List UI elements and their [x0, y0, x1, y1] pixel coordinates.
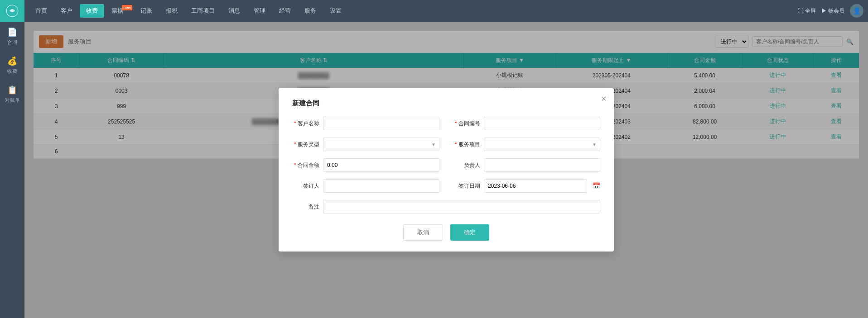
service-item-select[interactable]	[484, 138, 600, 151]
service-type-label: 服务类型	[292, 141, 319, 148]
topnav: 首页 客户 收费 票据 new 记账 报税 工商项目 消息 管理 经营 服务 设…	[24, 0, 868, 22]
topnav-right: ⛶ 全屏 ▶ 畅会员 👤	[798, 4, 863, 18]
content-main: 新增 服务项目 进行中 🔍 序号 合同编码 ⇅	[24, 22, 868, 318]
sidebar-item-collection[interactable]: 💰 收费	[0, 51, 24, 80]
nav-invoice[interactable]: 票据 new	[105, 4, 133, 18]
notes-input[interactable]	[323, 200, 600, 214]
form-grid: 客户名称 合同编号 服务类型	[292, 117, 600, 214]
contract-amount-input[interactable]	[323, 158, 439, 172]
responsible-label: 负责人	[453, 161, 480, 169]
contract-no-input[interactable]	[484, 117, 600, 130]
calendar-icon[interactable]: 📅	[593, 182, 600, 190]
customer-name-input[interactable]	[323, 117, 439, 130]
close-icon[interactable]: ✕	[601, 95, 607, 103]
form-row-amount: 合同金额	[292, 158, 439, 172]
collection-icon: 💰	[7, 56, 17, 66]
responsible-input[interactable]	[484, 158, 600, 172]
form-row-customer: 客户名称	[292, 117, 439, 130]
nav-accounting[interactable]: 记账	[134, 4, 159, 18]
contract-icon: 📄	[7, 27, 17, 37]
service-item-select-wrapper	[484, 138, 600, 151]
new-contract-modal: 新建合同 ✕ 客户名称 合同编号	[279, 88, 614, 252]
modal-overlay: 新建合同 ✕ 客户名称 合同编号	[24, 22, 868, 318]
form-row-responsible: 负责人	[453, 158, 600, 172]
sign-date-label: 签订日期	[453, 182, 480, 190]
nav-operation[interactable]: 经营	[273, 4, 297, 18]
logo	[0, 0, 24, 22]
nav-collection[interactable]: 收费	[80, 4, 104, 18]
main-area: 首页 客户 收费 票据 new 记账 报税 工商项目 消息 管理 经营 服务 设…	[24, 0, 868, 318]
confirm-button[interactable]: 确定	[450, 224, 489, 241]
nav-tax[interactable]: 报税	[159, 4, 184, 18]
signer-label: 签订人	[292, 182, 319, 190]
modal-footer: 取消 确定	[292, 224, 600, 241]
sidebar: 📄 合同 💰 收费 📋 对账单	[0, 0, 24, 318]
contract-amount-label: 合同金额	[292, 161, 319, 169]
form-row-service-item: 服务项目	[453, 138, 600, 151]
sidebar-item-contract[interactable]: 📄 合同	[0, 22, 24, 51]
new-badge: new	[122, 5, 132, 10]
fullscreen-button[interactable]: ⛶ 全屏	[798, 7, 815, 15]
service-type-select-wrapper	[323, 138, 439, 151]
avatar[interactable]: 👤	[850, 4, 863, 18]
nav-settings[interactable]: 设置	[323, 4, 348, 18]
content: 新增 服务项目 进行中 🔍 序号 合同编码 ⇅	[24, 22, 868, 318]
customer-name-label: 客户名称	[292, 120, 319, 128]
sign-date-input[interactable]	[484, 179, 587, 193]
nav-home[interactable]: 首页	[29, 4, 53, 18]
reconcile-icon: 📋	[7, 85, 17, 95]
service-type-select[interactable]	[323, 138, 439, 151]
nav-service[interactable]: 服务	[298, 4, 323, 18]
signer-input[interactable]	[323, 179, 439, 193]
form-row-notes: 备注	[292, 200, 600, 214]
notes-label: 备注	[292, 203, 319, 211]
form-row-contract-no: 合同编号	[453, 117, 600, 130]
nav-business[interactable]: 工商项目	[185, 4, 221, 18]
nav-manage[interactable]: 管理	[247, 4, 272, 18]
service-item-label: 服务项目	[453, 141, 480, 148]
form-row-service-type: 服务类型	[292, 138, 439, 151]
cancel-button[interactable]: 取消	[403, 224, 443, 241]
form-row-sign-date: 签订日期 📅	[453, 179, 600, 193]
nav-customer[interactable]: 客户	[54, 4, 79, 18]
member-button[interactable]: ▶ 畅会员	[821, 7, 844, 15]
form-row-signer: 签订人	[292, 179, 439, 193]
nav-message[interactable]: 消息	[222, 4, 246, 18]
modal-title: 新建合同	[292, 99, 600, 108]
contract-no-label: 合同编号	[453, 120, 480, 128]
sidebar-item-reconcile[interactable]: 📋 对账单	[0, 80, 24, 109]
